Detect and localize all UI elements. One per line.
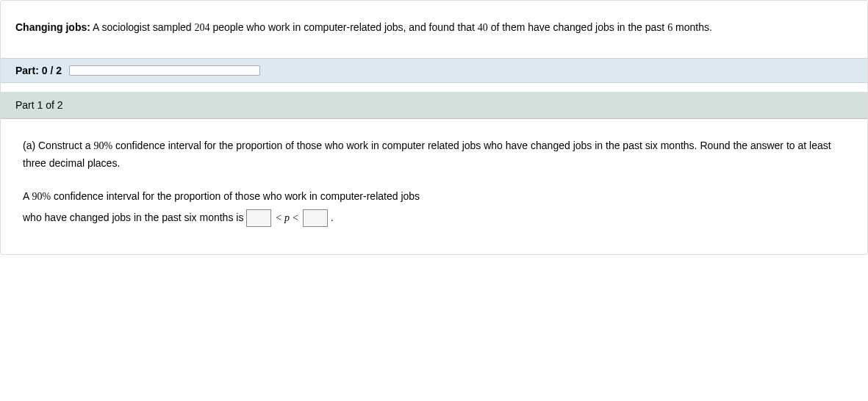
ans-prefix: A [23,190,32,202]
part-1-header: Part 1 of 2 [1,92,867,119]
progress-track [69,65,260,76]
part-1-header-label: Part 1 of 2 [15,99,63,111]
ans-text-1: confidence interval for the proportion o… [51,190,420,202]
intro-title: Changing jobs: [15,21,90,33]
p-variable: p [283,212,291,223]
question-intro: Changing jobs: A sociologist sampled 204… [1,1,867,58]
intro-text-2: people who work in computer-related jobs… [210,21,478,33]
intro-text-4: months. [672,21,712,33]
progress-total: 2 [56,65,62,76]
ans-text-2: who have changed jobs in the past six mo… [23,212,246,223]
ans-confidence: 90% [32,191,51,202]
qa-prefix: (a) Construct a [23,140,93,151]
less-than-1: < [274,212,283,223]
intro-changed-count: 40 [478,22,488,33]
intro-text-3: of them have changed jobs in the past [488,21,667,33]
qa-text-1: confidence interval for the proportion o… [23,140,831,169]
qa-confidence: 90% [93,140,112,151]
part-progress-bar: Part: 0 / 2 [1,58,867,83]
part-progress-label: Part: 0 / 2 [15,65,62,76]
intro-sample-size: 204 [195,22,210,33]
upper-bound-input[interactable] [303,209,328,227]
progress-prefix: Part: [15,65,42,76]
part-1-question: (a) Construct a 90% confidence interval … [23,137,845,173]
question-container: Changing jobs: A sociologist sampled 204… [0,0,868,255]
progress-sep: / [48,65,57,76]
part-1-body: (a) Construct a 90% confidence interval … [1,119,867,254]
part-1-answer: A 90% confidence interval for the propor… [23,186,845,228]
lower-bound-input[interactable] [246,209,271,227]
less-than-2: < [291,212,300,223]
progress-current: 0 [42,65,48,76]
ans-period: . [328,212,334,223]
intro-text-1: A sociologist sampled [90,21,195,33]
